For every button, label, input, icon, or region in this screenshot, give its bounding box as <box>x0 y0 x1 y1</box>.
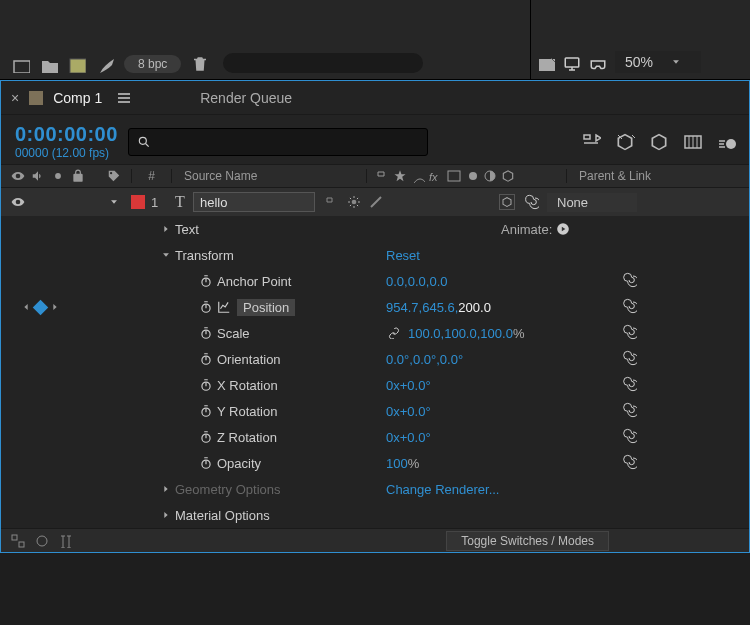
position-value[interactable]: 954.7,645.6,200.0 <box>386 300 491 315</box>
geometry-label: Geometry Options <box>175 482 281 497</box>
yrot-value[interactable]: 0x+0.0° <box>386 404 431 419</box>
svg-point-18 <box>37 536 47 546</box>
orientation-row: Orientation 0.0°,0.0°,0.0° <box>1 346 749 372</box>
render-mini-icon[interactable] <box>35 534 49 548</box>
reset-link[interactable]: Reset <box>386 248 420 263</box>
expression-pickwhip-icon[interactable] <box>621 428 637 444</box>
anchor-value[interactable]: 0.0,0.0,0.0 <box>386 274 447 289</box>
brush-icon[interactable] <box>96 55 114 73</box>
solo-header-icon[interactable] <box>51 169 65 183</box>
orientation-value[interactable]: 0.0°,0.0°,0.0° <box>386 352 463 367</box>
material-label[interactable]: Material Options <box>175 508 270 523</box>
parent-dropdown[interactable]: None <box>547 193 637 212</box>
keyframe-nav[interactable] <box>1 302 79 313</box>
zrot-value[interactable]: 0x+0.0° <box>386 430 431 445</box>
stopwatch-active-icon[interactable] <box>195 300 217 314</box>
scale-label[interactable]: Scale <box>217 326 250 341</box>
yrot-label[interactable]: Y Rotation <box>217 404 277 419</box>
tab-comp[interactable]: Comp 1 <box>53 90 102 106</box>
lock-header-icon[interactable] <box>71 169 85 183</box>
chevron-right-icon[interactable] <box>161 510 171 520</box>
stopwatch-icon[interactable] <box>195 274 217 288</box>
position-label[interactable]: Position <box>237 299 295 316</box>
expression-pickwhip-icon[interactable] <box>621 454 637 470</box>
goggles-icon[interactable] <box>589 55 607 73</box>
xrot-value[interactable]: 0x+0.0° <box>386 378 431 393</box>
search-input[interactable] <box>128 128 428 156</box>
parent-header[interactable]: Parent & Link <box>566 169 749 183</box>
stopwatch-icon[interactable] <box>195 404 217 418</box>
index-header[interactable]: # <box>131 169 171 183</box>
svg-rect-8 <box>70 59 86 73</box>
speaker-header-icon[interactable] <box>31 169 45 183</box>
text-group-label[interactable]: Text <box>175 222 199 237</box>
draft3d-icon[interactable] <box>615 132 635 152</box>
frame-blend-icon[interactable] <box>683 132 703 152</box>
layer-quality-switch[interactable] <box>369 195 383 209</box>
animate-button[interactable]: Animate: <box>501 222 570 237</box>
graph-editor-icon[interactable] <box>217 300 237 314</box>
tab-render-queue[interactable]: Render Queue <box>200 90 292 106</box>
layer-name-field[interactable]: hello <box>193 192 315 212</box>
anchor-label[interactable]: Anchor Point <box>217 274 291 289</box>
monitor-icon[interactable] <box>563 55 581 73</box>
expression-pickwhip-icon[interactable] <box>621 272 637 288</box>
layer-color-label[interactable] <box>131 195 145 209</box>
shy-icon[interactable] <box>649 132 669 152</box>
stopwatch-icon[interactable] <box>195 430 217 444</box>
timeline-panel: × Comp 1 Render Queue 0:00:00:00 00000 (… <box>0 80 750 553</box>
zoom-value: 50% <box>625 54 653 70</box>
scale-value[interactable]: 100.0,100.0,100.0% <box>386 326 524 341</box>
layer-shy-switch[interactable] <box>325 195 339 209</box>
keyframe-diamond-icon[interactable] <box>32 299 48 315</box>
next-key-icon[interactable] <box>50 302 60 312</box>
motion-blur-icon[interactable] <box>717 132 737 152</box>
trash-icon[interactable] <box>191 55 209 73</box>
label-header-icon[interactable] <box>107 169 121 183</box>
xrot-label[interactable]: X Rotation <box>217 378 278 393</box>
tab-menu-icon[interactable] <box>116 90 132 106</box>
expression-pickwhip-icon[interactable] <box>621 350 637 366</box>
stopwatch-icon[interactable] <box>195 378 217 392</box>
eye-header-icon[interactable] <box>11 169 25 183</box>
chevron-right-icon[interactable] <box>161 224 171 234</box>
layer-visibility-icon[interactable] <box>11 195 25 209</box>
chevron-down-icon[interactable] <box>161 250 171 260</box>
project-icon[interactable] <box>12 55 30 73</box>
stopwatch-icon[interactable] <box>195 456 217 470</box>
source-header[interactable]: Source Name <box>171 169 366 183</box>
brackets-icon[interactable] <box>59 534 73 548</box>
opacity-value[interactable]: 100% <box>386 456 419 471</box>
comp-mini-icon[interactable] <box>11 534 25 548</box>
expression-pickwhip-icon[interactable] <box>621 376 637 392</box>
stopwatch-icon[interactable] <box>195 352 217 366</box>
layer-twirl-icon[interactable] <box>109 197 119 207</box>
layer-collapse-switch[interactable] <box>347 195 361 209</box>
zrot-label[interactable]: Z Rotation <box>217 430 277 445</box>
timecode[interactable]: 0:00:00:00 <box>15 123 118 146</box>
bpc-indicator[interactable]: 8 bpc <box>124 55 181 73</box>
folder-icon[interactable] <box>40 55 58 73</box>
expression-pickwhip-icon[interactable] <box>621 324 637 340</box>
prev-key-icon[interactable] <box>21 302 31 312</box>
orientation-label[interactable]: Orientation <box>217 352 281 367</box>
expression-pickwhip-icon[interactable] <box>621 298 637 314</box>
transform-group-label[interactable]: Transform <box>175 248 234 263</box>
expression-pickwhip-icon[interactable] <box>621 402 637 418</box>
close-tab-button[interactable]: × <box>11 90 19 106</box>
zoom-select[interactable]: 50% <box>615 51 701 73</box>
toggle-switches-button[interactable]: Toggle Switches / Modes <box>446 531 609 551</box>
opacity-label[interactable]: Opacity <box>217 456 261 471</box>
screen-icon[interactable] <box>537 55 555 73</box>
change-renderer-link[interactable]: Change Renderer... <box>386 482 499 497</box>
frame-info[interactable]: 00000 (12.00 fps) <box>15 146 118 160</box>
constrain-link-icon[interactable] <box>386 327 402 339</box>
palette-icon[interactable] <box>68 55 86 73</box>
parent-pickwhip-icon[interactable] <box>523 194 539 210</box>
chevron-right-icon[interactable] <box>161 484 171 494</box>
stopwatch-icon[interactable] <box>195 326 217 340</box>
layer-3d-switch[interactable] <box>499 194 515 210</box>
comp-flowchart-icon[interactable] <box>581 132 601 152</box>
geometry-group: Geometry Options Change Renderer... <box>1 476 749 502</box>
layer-row[interactable]: 1 T hello None <box>1 188 749 216</box>
